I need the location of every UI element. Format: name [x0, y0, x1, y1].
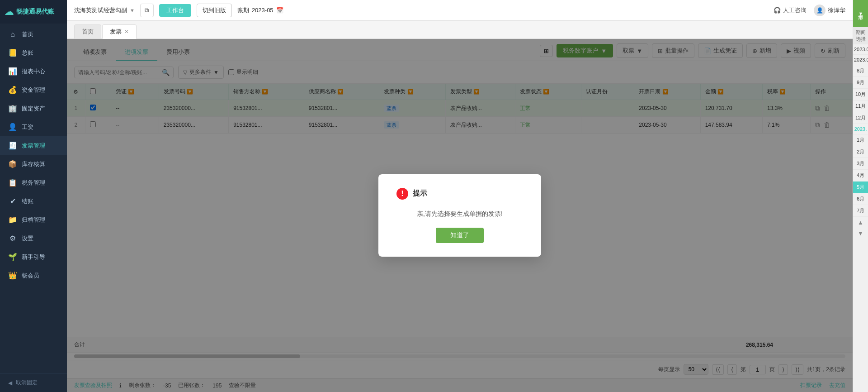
main-content: 沈海英测试经营勾副 ▼ ⧉ 工作台 切到旧版 账期 2023-05 📅 🎧 人工…	[67, 0, 853, 392]
period-selector: 期间选择 2023.05 2023.05 8月 9月 10月 11月 12月 2…	[853, 27, 868, 217]
settings-icon: ⚙	[8, 234, 17, 243]
period-display: 账期 2023-05 📅	[237, 6, 283, 14]
page-tabs: 首页 发票 ✕	[67, 21, 853, 39]
period-item[interactable]: 3月	[853, 158, 868, 170]
period-item[interactable]: 2023.05	[853, 44, 868, 55]
sidebar-item-payroll[interactable]: 👤 工资	[0, 118, 67, 136]
workspace-button[interactable]: 工作台	[159, 4, 191, 17]
sidebar-item-assets[interactable]: 🏢 固定资产	[0, 99, 67, 118]
tab-invoice-label: 发票	[110, 28, 122, 36]
sidebar-item-label: 首页	[22, 30, 33, 38]
app-logo: ☁ 畅捷通易代账	[0, 0, 67, 24]
period-item[interactable]: 9月	[853, 77, 868, 89]
sidebar-item-label: 发票管理	[22, 142, 45, 150]
chevron-up-icon: ▲	[858, 219, 863, 226]
sidebar-item-settings[interactable]: ⚙ 设置	[0, 229, 67, 248]
inventory-icon: 📦	[8, 160, 17, 168]
avatar: 👤	[814, 5, 826, 16]
service-icon: 🎧	[774, 7, 781, 14]
collapse-label: 取消固定	[16, 379, 38, 387]
service-label: 人工咨询	[783, 6, 807, 14]
sidebar-item-label: 总账	[22, 49, 33, 57]
sidebar-item-home[interactable]: ⌂ 首页	[0, 25, 67, 43]
period-item[interactable]: 11月	[853, 100, 868, 112]
sidebar-item-label: 库存核算	[22, 160, 45, 168]
finance-icon: 💰	[8, 86, 17, 94]
sidebar-item-label: 工资	[22, 123, 33, 131]
content-area: 销项发票 进项发票 费用小票 ⊞ 税务数字账户 ▼ 取票 ▼	[67, 39, 853, 392]
tab-invoice[interactable]: 发票 ✕	[102, 24, 137, 39]
user-menu[interactable]: 👤 徐泽华	[814, 5, 845, 16]
chevron-down-icon: ▼	[130, 8, 135, 13]
period-item[interactable]: 12月	[853, 112, 868, 124]
sidebar-item-ledger[interactable]: 📒 总账	[0, 43, 67, 62]
switch-version-button[interactable]: 切到旧版	[197, 4, 232, 17]
ledger-icon: 📒	[8, 48, 17, 57]
sidebar-item-label: 归档管理	[22, 216, 45, 224]
tab-home[interactable]: 首页	[74, 24, 101, 38]
collapse-icon: ◀	[8, 380, 12, 386]
right-panel-header[interactable]: 常用▼	[853, 0, 868, 27]
sidebar-item-archive[interactable]: 📁 归档管理	[0, 210, 67, 229]
period-item[interactable]: 7月	[853, 205, 868, 217]
guide-icon: 🌱	[8, 253, 17, 261]
period-item-year[interactable]: 2023.	[853, 124, 868, 134]
sidebar-item-label: 结账	[22, 197, 33, 206]
sidebar-item-label: 税务管理	[22, 179, 45, 187]
username: 徐泽华	[828, 6, 845, 14]
modal-message: 亲,请先选择要生成单据的发票!	[396, 209, 523, 219]
sidebar-item-label: 畅会员	[22, 272, 39, 280]
close-icon[interactable]: ✕	[124, 29, 129, 35]
settle-icon: ✔	[8, 197, 17, 206]
modal-title: 提示	[413, 189, 427, 198]
reports-icon: 📊	[8, 67, 17, 76]
chevron-down-icon: ▼	[858, 230, 863, 237]
sidebar-item-tax[interactable]: 📋 税务管理	[0, 173, 67, 192]
sidebar-item-reports[interactable]: 📊 报表中心	[0, 62, 67, 81]
archive-icon: 📁	[8, 215, 17, 224]
sidebar-item-label: 新手引导	[22, 253, 45, 261]
logo-icon: ☁	[5, 6, 14, 17]
sidebar-item-label: 固定资产	[22, 105, 45, 113]
period-item[interactable]: 1月	[853, 134, 868, 146]
period-item[interactable]: 2023.05	[853, 55, 868, 65]
topbar-icon-btn[interactable]: ⧉	[140, 4, 154, 17]
period-item[interactable]: 8月	[853, 65, 868, 77]
right-panel: 常用▼ 期间选择 2023.05 2023.05 8月 9月 10月 11月 1…	[853, 0, 868, 392]
period-item[interactable]: 10月	[853, 89, 868, 100]
logo-text: 畅捷通易代账	[16, 8, 54, 16]
sidebar-item-label: 设置	[22, 234, 33, 243]
invoice-icon: 🧾	[8, 141, 17, 150]
tax-icon: 📋	[8, 178, 17, 187]
modal-confirm-button[interactable]: 知道了	[436, 228, 484, 243]
calendar-icon[interactable]: 📅	[276, 7, 283, 14]
period-item-active[interactable]: 5月	[853, 182, 868, 193]
period-item[interactable]: 4月	[853, 170, 868, 182]
sidebar-item-inventory[interactable]: 📦 库存核算	[0, 155, 67, 173]
sidebar-collapse-btn[interactable]: ◀ 取消固定	[0, 373, 67, 392]
panel-expand-btn[interactable]: ▼	[854, 228, 868, 239]
sidebar-item-settle[interactable]: ✔ 结账	[0, 192, 67, 210]
sidebar-item-member[interactable]: 👑 畅会员	[0, 266, 67, 285]
period-item[interactable]: 2月	[853, 146, 868, 158]
sidebar-item-invoice[interactable]: 🧾 发票管理	[0, 136, 67, 155]
tab-home-label: 首页	[82, 28, 94, 36]
user-icon: 👤	[816, 7, 823, 14]
copy-icon: ⧉	[145, 7, 149, 14]
sidebar-item-finance[interactable]: 💰 资金管理	[0, 81, 67, 99]
sidebar-nav: ⌂ 首页 📒 总账 📊 报表中心 💰 资金管理 🏢 固定资产 👤 工资	[0, 24, 67, 373]
warning-icon: !	[396, 188, 408, 200]
service-btn[interactable]: 🎧 人工咨询	[774, 6, 807, 14]
period-item[interactable]: 6月	[853, 193, 868, 205]
assets-icon: 🏢	[8, 104, 17, 113]
company-selector[interactable]: 沈海英测试经营勾副 ▼	[74, 6, 135, 14]
panel-collapse-btn[interactable]: ▲	[854, 217, 868, 228]
home-icon: ⌂	[8, 30, 17, 38]
sidebar-item-guide[interactable]: 🌱 新手引导	[0, 248, 67, 266]
sidebar-item-label: 资金管理	[22, 86, 45, 94]
topbar-right: 🎧 人工咨询 👤 徐泽华	[774, 5, 845, 16]
sidebar-item-label: 报表中心	[22, 67, 45, 76]
period-label: 账期	[237, 6, 249, 14]
period-selector-header: 期间选择	[853, 27, 868, 44]
payroll-icon: 👤	[8, 123, 17, 131]
